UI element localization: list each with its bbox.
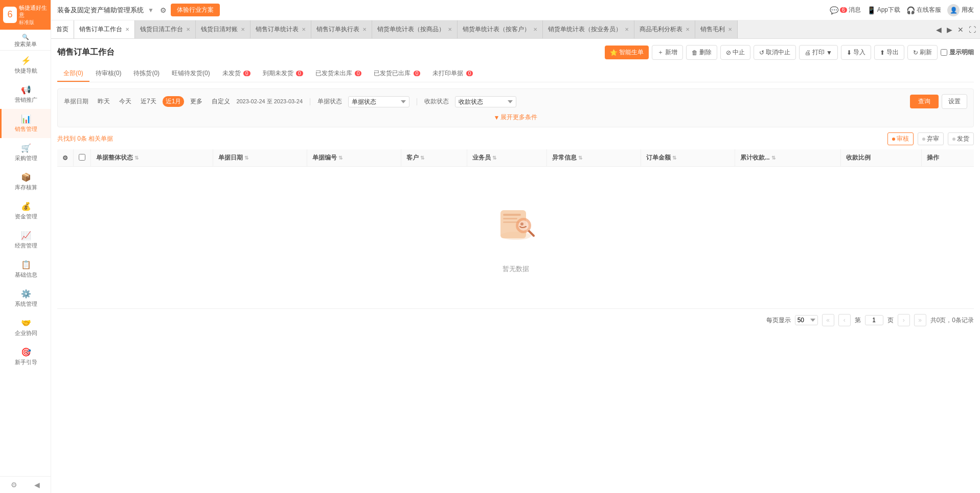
filter-settings-button[interactable]: 设置 — [942, 94, 967, 109]
tab-close-cargo-staff[interactable]: ✕ — [625, 27, 629, 32]
sub-tab-shipped-not-out[interactable]: 已发货未出库 0 — [309, 66, 368, 82]
new-button[interactable]: ＋ 新增 — [652, 45, 683, 60]
date-today[interactable]: 今天 — [116, 96, 134, 107]
tab-cargo-product[interactable]: 销货单统计表（按商品） ✕ — [372, 20, 458, 39]
sidebar-collapse-btn[interactable]: ◀ — [34, 481, 40, 489]
tab-scroll-left[interactable]: ◀ — [934, 25, 944, 35]
date-custom[interactable]: 自定义 — [209, 96, 233, 107]
tab-cargo-customer[interactable]: 销货单统计表（按客户） ✕ — [458, 20, 543, 39]
solution-button[interactable]: 体验行业方案 — [171, 4, 220, 16]
date-more[interactable]: 更多 — [187, 96, 206, 107]
th-overall-status: 单据整体状态 ⇅ — [91, 149, 213, 167]
app-download-btn[interactable]: 📱 App下载 — [867, 6, 900, 14]
sort-date[interactable]: 单据日期 ⇅ — [218, 153, 302, 162]
sort-staff[interactable]: 业务员 ⇅ — [472, 153, 541, 162]
online-service-btn[interactable]: 🎧 在线客服 — [906, 6, 941, 14]
tab-sales-exec[interactable]: 销售订单执行表 ✕ — [311, 20, 372, 39]
show-detail-checkbox[interactable] — [941, 49, 947, 56]
export-button[interactable]: ⬆ 导出 — [874, 45, 904, 60]
th-checkbox[interactable] — [74, 149, 91, 167]
refresh-button[interactable]: ↻ 刷新 — [907, 45, 938, 60]
user-menu[interactable]: 👤 用友 — [947, 4, 974, 16]
tab-sales-stats[interactable]: 销售订单统计表 ✕ — [250, 20, 311, 39]
sidebar-item-purchase[interactable]: 🛒 采购管理 — [0, 138, 51, 167]
sidebar-item-system[interactable]: ⚙️ 系统管理 — [0, 284, 51, 313]
tab-close-cash-daily[interactable]: ✕ — [186, 27, 190, 32]
sub-tab-overdue[interactable]: 到期未发货 0 — [257, 66, 309, 82]
date-1month[interactable]: 近1月 — [163, 96, 185, 107]
tab-close-sales-workbench[interactable]: ✕ — [125, 27, 129, 32]
first-page-btn[interactable]: « — [822, 314, 834, 326]
sort-amount[interactable]: 订单金额 ⇅ — [646, 153, 730, 162]
delete-button[interactable]: 🗑 删除 — [686, 45, 717, 60]
tab-expand[interactable]: ⛶ — [967, 25, 978, 35]
prev-page-btn[interactable]: ‹ — [838, 314, 851, 326]
sort-collected[interactable]: 累计收款... ⇅ — [740, 153, 835, 162]
expand-icon[interactable]: ▼ — [148, 7, 154, 14]
sub-tab-shipped-out[interactable]: 已发货已出库 0 — [368, 66, 426, 82]
sub-tab-pending-review[interactable]: 待审核(0) — [89, 66, 128, 82]
select-all-checkbox[interactable] — [79, 154, 85, 161]
sub-tab-pending-inspection[interactable]: 待拣货(0) — [127, 66, 166, 82]
sort-customer[interactable]: 客户 ⇅ — [406, 153, 462, 162]
sidebar-item-sales[interactable]: 📊 销售管理 — [0, 109, 51, 138]
tab-cash-account[interactable]: 钱货日清对账 ✕ — [196, 20, 250, 39]
tab-close-product-margin[interactable]: ✕ — [686, 27, 690, 32]
tab-home[interactable]: 首页 — [51, 20, 74, 39]
expand-filters-btn[interactable]: ▼ 展开更多条件 — [494, 113, 538, 122]
review-button[interactable]: 审核 — [887, 132, 914, 145]
tab-sales-workbench[interactable]: 销售订单工作台 ✕ — [74, 20, 135, 39]
sidebar-settings-btn[interactable]: ⚙ — [11, 481, 17, 489]
sub-tab-not-printed[interactable]: 未打印单据 0 — [426, 66, 479, 82]
cancel-review-button[interactable]: 弃审 — [918, 132, 944, 145]
import-button[interactable]: ⬇ 导入 — [841, 45, 871, 60]
sidebar-item-finance[interactable]: 💰 资金管理 — [0, 196, 51, 226]
sidebar-item-search[interactable]: 🔍 搜索菜单 — [0, 30, 51, 51]
tab-cargo-staff[interactable]: 销货单统计表（按业务员） ✕ — [543, 20, 634, 39]
tab-close-cash-account[interactable]: ✕ — [241, 27, 245, 32]
last-page-btn[interactable]: » — [914, 314, 926, 326]
tab-close-sales-exec[interactable]: ✕ — [362, 27, 367, 32]
sub-tab-not-shipped[interactable]: 未发货 0 — [216, 66, 257, 82]
page-size-select[interactable]: 50 10 20 100 — [795, 315, 818, 325]
filter-row: 单据日期 昨天 今天 近7天 近1月 更多 自定义 2023-02-24 至 2… — [64, 94, 967, 109]
tab-close-cargo-product[interactable]: ✕ — [448, 27, 452, 32]
cancel-stop-button[interactable]: ↺ 取消中止 — [754, 45, 796, 60]
sort-anomaly[interactable]: 异常信息 ⇅ — [552, 153, 635, 162]
stop-button[interactable]: ⊘ 中止 — [720, 45, 750, 60]
th-staff: 业务员 ⇅ — [467, 149, 546, 167]
tab-scroll-right[interactable]: ▶ — [945, 25, 954, 35]
query-button[interactable]: 查询 — [910, 95, 939, 108]
ship-button[interactable]: 发货 — [948, 132, 974, 145]
sidebar-item-enterprise[interactable]: 🤝 企业协同 — [0, 313, 51, 342]
date-yesterday[interactable]: 昨天 — [95, 96, 113, 107]
tab-product-margin[interactable]: 商品毛利分析表 ✕ — [634, 20, 695, 39]
sub-tab-wangpu[interactable]: 旺铺待发货(0) — [166, 66, 216, 82]
sidebar-item-basic-info[interactable]: 📋 基础信息 — [0, 255, 51, 284]
sidebar-item-quick-nav[interactable]: ⚡ 快捷导航 — [0, 51, 51, 80]
sidebar-item-operations[interactable]: 📈 经营管理 — [0, 226, 51, 255]
sidebar-item-marketing[interactable]: 📢 营销推广 — [0, 80, 51, 109]
payment-select[interactable]: 收款状态 — [455, 96, 516, 107]
sub-tab-all[interactable]: 全部(0) — [57, 66, 89, 82]
date-7days[interactable]: 近7天 — [138, 96, 159, 107]
next-page-btn[interactable]: › — [898, 314, 910, 326]
status-select[interactable]: 单据状态 — [348, 96, 409, 107]
th-settings[interactable]: ⚙ — [57, 149, 74, 167]
tab-close-cargo-customer[interactable]: ✕ — [533, 27, 537, 32]
settings-icon[interactable]: ⚙ — [160, 6, 167, 14]
tab-close-sales-stats[interactable]: ✕ — [302, 27, 306, 32]
tab-close-sales-gross[interactable]: ✕ — [728, 27, 732, 32]
message-btn[interactable]: 💬 6 消息 — [830, 6, 861, 14]
print-button[interactable]: 🖨 打印 ▼ — [799, 45, 838, 60]
sidebar-item-inventory[interactable]: 📦 库存核算 — [0, 167, 51, 196]
sidebar-item-guide[interactable]: 🎯 新手引导 — [0, 342, 51, 371]
tab-cash-daily[interactable]: 钱货日清工作台 ✕ — [135, 20, 196, 39]
sort-number[interactable]: 单据编号 ⇅ — [312, 153, 396, 162]
tab-close-all[interactable]: ✕ — [955, 25, 966, 35]
smart-create-button[interactable]: ⭐ 智能生单 — [605, 46, 649, 59]
show-detail-label[interactable]: 显示明细 — [941, 48, 974, 57]
sort-overall-status[interactable]: 单据整体状态 ⇅ — [96, 153, 208, 162]
tab-sales-gross[interactable]: 销售毛利 ✕ — [695, 20, 738, 39]
page-number-input[interactable] — [865, 315, 883, 325]
